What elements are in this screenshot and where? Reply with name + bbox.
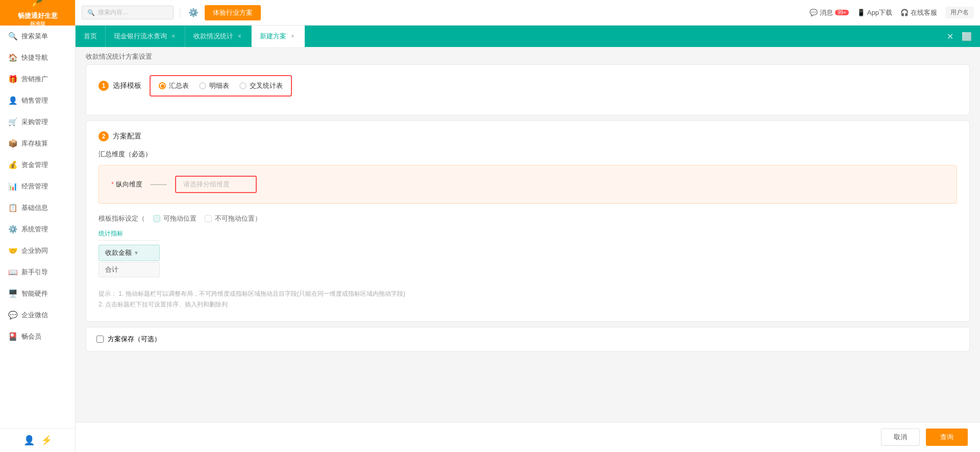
notification-badge: 99+ xyxy=(835,10,849,15)
tab-collection[interactable]: 收款情况统计× xyxy=(185,26,252,47)
sidebar-item-quick-nav[interactable]: 🏠 快捷导航 xyxy=(0,47,75,68)
notification-label: 消息 xyxy=(820,8,833,17)
sidebar-item-system[interactable]: ⚙️ 系统管理 xyxy=(0,219,75,240)
sidebar-icon-guide: 📖 xyxy=(8,268,17,277)
save-checkbox[interactable] xyxy=(96,336,104,343)
topbar-search[interactable]: 🔍 搜索内容... xyxy=(82,6,174,19)
download-label: App下载 xyxy=(867,8,892,17)
radio-cross[interactable]: 交叉统计表 xyxy=(239,81,283,90)
tips-section: 提示： 1. 拖动标题栏可以调整布局，不可跨维度或指标区域拖动且目字段(只能在同… xyxy=(99,290,957,309)
sidebar-item-finance[interactable]: 💰 资金管理 xyxy=(0,154,75,176)
sidebar-label-search-menu: 搜索菜单 xyxy=(21,32,48,41)
tabbar: 首页现金银行流水查询×收款情况统计×新建方案× ✕ ⬜ xyxy=(76,26,980,47)
content: 收款情况统计方案设置 1 选择模板 汇总表 xyxy=(76,47,980,422)
radio-detail-circle xyxy=(199,82,206,89)
cancel-button[interactable]: 取消 xyxy=(881,429,920,446)
radio-summary[interactable]: 汇总表 xyxy=(159,81,189,90)
trial-button[interactable]: 体验行业方案 xyxy=(205,5,261,20)
tab-close-new-plan[interactable]: × xyxy=(289,32,296,41)
tab-home[interactable]: 首页 xyxy=(76,26,106,47)
section2-label: 2 方案配置 xyxy=(99,131,957,141)
sidebar-item-purchase[interactable]: 🛒 采购管理 xyxy=(0,111,75,133)
gear-icon[interactable]: ⚙️ xyxy=(186,6,201,19)
sidebar-icon-marketing: 🎁 xyxy=(8,75,17,84)
dimension-required-mark: * 纵向维度 xyxy=(111,180,142,189)
close-window-icon[interactable]: ✕ xyxy=(945,30,955,43)
section1-card: 1 选择模板 汇总表 明细表 xyxy=(86,64,970,115)
dimension-select[interactable]: 请选择分组维度 xyxy=(175,176,257,193)
sidebar-icon-cooperation: 🤝 xyxy=(8,246,17,255)
tip-item-1: 提示： 1. 拖动标题栏可以调整布局，不可跨维度或指标区域拖动且目字段(只能在同… xyxy=(99,290,957,298)
support-item[interactable]: 🎧 在线客服 xyxy=(900,8,937,17)
radio-cross-circle xyxy=(239,82,247,89)
page-title: 收款情况统计方案设置 xyxy=(86,53,152,60)
search-icon: 🔍 xyxy=(87,9,95,16)
sidebar-item-basic-info[interactable]: 📋 基础信息 xyxy=(0,197,75,219)
sidebar-icon-finance: 💰 xyxy=(8,160,17,170)
sidebar-item-member[interactable]: 🎴 畅会员 xyxy=(0,326,75,347)
query-button[interactable]: 查询 xyxy=(926,429,968,446)
draggable-label: 可拖动位置 xyxy=(153,214,197,223)
notification-item[interactable]: 💬 消息 99+ xyxy=(810,8,849,17)
sidebar-item-cooperation[interactable]: 🤝 企业协同 xyxy=(0,240,75,261)
radio-summary-label: 汇总表 xyxy=(169,81,189,90)
radio-group: 汇总表 明细表 交叉统计表 xyxy=(159,81,283,90)
maximize-icon[interactable]: ⬜ xyxy=(960,30,974,43)
main: 🔍 搜索内容... ⚙️ 体验行业方案 💬 消息 99+ 📱 App下载 🎧 在… xyxy=(76,0,980,452)
non-draggable-dot xyxy=(205,215,212,222)
sidebar-label-basic-info: 基础信息 xyxy=(21,203,48,212)
tab-label-collection: 收款情况统计 xyxy=(193,32,233,41)
sidebar-label-hardware: 智能硬件 xyxy=(21,289,48,298)
sidebar-item-wechat[interactable]: 💬 企业微信 xyxy=(0,304,75,326)
sidebar-item-guide[interactable]: 📖 新手引导 xyxy=(0,261,75,283)
radio-summary-circle xyxy=(159,82,166,89)
sidebar-item-inventory[interactable]: 📦 库存核算 xyxy=(0,133,75,154)
draggable-text: 可拖动位置 xyxy=(163,214,197,223)
support-icon: 🎧 xyxy=(900,9,909,16)
download-icon: 📱 xyxy=(857,9,865,16)
stat-tag-amount[interactable]: 收款金额 ▾ xyxy=(99,245,160,261)
stat-tag-arrow: ▾ xyxy=(135,249,138,256)
sidebar-icon-member: 🎴 xyxy=(8,332,17,341)
download-item[interactable]: 📱 App下载 xyxy=(857,8,892,17)
sidebar-icon-hardware: 🖥️ xyxy=(8,289,17,298)
radio-cross-label: 交叉统计表 xyxy=(250,81,283,90)
template-box: 汇总表 明细表 交叉统计表 xyxy=(150,75,292,97)
sidebar-icon-system: ⚙️ xyxy=(8,225,17,234)
tab-new-plan[interactable]: 新建方案× xyxy=(252,26,305,47)
sidebar-label-wechat: 企业微信 xyxy=(21,311,48,320)
sidebar-icon-operation: 📊 xyxy=(8,182,17,191)
sidebar-label-marketing: 营销推广 xyxy=(21,75,48,84)
support-label: 在线客服 xyxy=(911,8,937,17)
sidebar-item-hardware[interactable]: 🖥️ 智能硬件 xyxy=(0,283,75,304)
sidebar-item-sales[interactable]: 👤 销售管理 xyxy=(0,90,75,111)
user-info[interactable]: 用户名 xyxy=(945,7,974,18)
save-label: 方案保存（可选） xyxy=(108,335,161,344)
sidebar-bottom: 👤 ⚡ xyxy=(0,428,75,452)
sidebar-label-sales: 销售管理 xyxy=(21,96,48,105)
sidebar-label-quick-nav: 快捷导航 xyxy=(21,53,48,62)
sidebar-label-member: 畅会员 xyxy=(21,332,41,341)
tab-label-cashflow: 现金银行流水查询 xyxy=(114,32,167,41)
sidebar-label-inventory: 库存核算 xyxy=(21,139,48,148)
section2-num: 2 xyxy=(99,131,109,141)
tab-close-cashflow[interactable]: × xyxy=(170,32,177,41)
tab-cashflow[interactable]: 现金银行流水查询× xyxy=(106,26,185,47)
sidebar-icon-inventory: 📦 xyxy=(8,139,17,148)
sidebar-label-finance: 资金管理 xyxy=(21,160,48,170)
sidebar-bottom-icon1[interactable]: 👤 xyxy=(23,435,35,446)
sidebar-item-search-menu[interactable]: 🔍 搜索菜单 xyxy=(0,26,75,47)
sidebar-item-marketing[interactable]: 🎁 营销推广 xyxy=(0,68,75,90)
non-draggable-label: 不可拖动位置） xyxy=(205,214,261,223)
vertical-label: 纵向维度 xyxy=(116,180,142,188)
sidebar-icon-basic-info: 📋 xyxy=(8,203,17,212)
sidebar-label-guide: 新手引导 xyxy=(21,268,48,277)
sidebar-icon-wechat: 💬 xyxy=(8,311,17,320)
radio-detail[interactable]: 明细表 xyxy=(199,81,229,90)
sidebar-icon-purchase: 🛒 xyxy=(8,117,17,127)
tip-item-2: 2. 点击标题栏下拉可设置排序、插入列和删除列 xyxy=(99,300,957,309)
sidebar-bottom-icon2[interactable]: ⚡ xyxy=(41,435,52,446)
tab-close-collection[interactable]: × xyxy=(236,32,243,41)
sidebar-logo: 🍊 畅捷通好生意 标准版 xyxy=(0,0,75,26)
sidebar-item-operation[interactable]: 📊 经营管理 xyxy=(0,176,75,197)
